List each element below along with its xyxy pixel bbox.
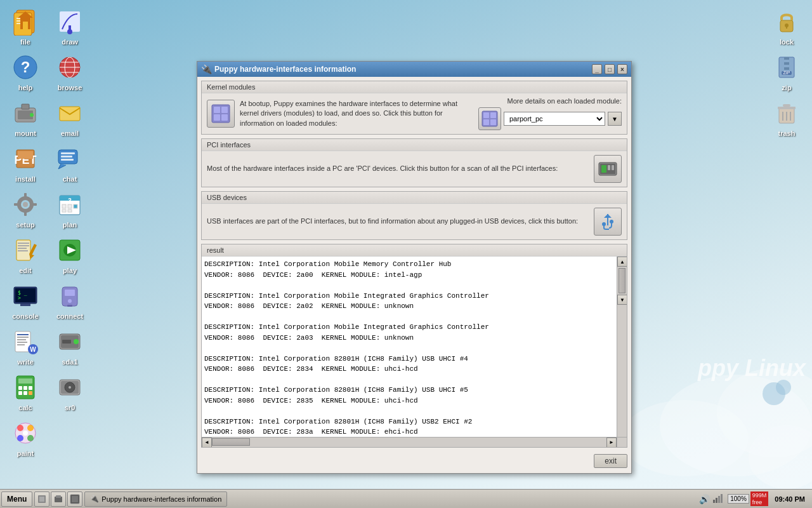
desktop-icon-plan-label: plan xyxy=(63,221,77,229)
usb-devices-body: USB interfaces are part of the PCI inter… xyxy=(202,204,627,239)
module-select[interactable]: parport_pc intel-agp uhci-hcd ehci-hcd xyxy=(504,112,605,126)
usb-devices-section: USB devices USB interfaces are part of t… xyxy=(201,191,627,240)
scrollbar-right-button[interactable]: ► xyxy=(606,438,617,448)
desktop-icon-mount[interactable]: mount xyxy=(3,95,48,140)
desktop-icon-install[interactable]: PET install xyxy=(3,140,48,186)
scrollbar-h-thumb[interactable] xyxy=(212,438,250,446)
svg-rect-54 xyxy=(23,391,27,395)
connect-icon xyxy=(55,281,85,311)
svg-rect-138 xyxy=(72,496,78,502)
scrollbar-left-button[interactable]: ◄ xyxy=(202,438,212,448)
desktop-icon-calc[interactable]: calc xyxy=(3,369,48,415)
systray: 🔊 100% 999Mfree xyxy=(699,491,768,507)
taskbar-icon-2[interactable] xyxy=(51,491,66,507)
svg-rect-49 xyxy=(18,378,32,384)
scrollbar-down-button[interactable]: ▼ xyxy=(617,295,627,305)
memory-indicator: 999Mfree xyxy=(750,491,769,507)
svg-rect-72 xyxy=(61,152,75,154)
dialog-title-icon: 🔌 xyxy=(201,64,212,74)
svg-rect-136 xyxy=(56,495,61,498)
desktop-icon-email[interactable]: email xyxy=(48,95,92,140)
chat-icon xyxy=(55,144,85,174)
module-dropdown-row: parport_pc intel-agp uhci-hcd ehci-hcd ▼ xyxy=(478,107,622,130)
sda1-icon xyxy=(55,326,85,357)
svg-rect-130 xyxy=(612,165,614,170)
pci-interfaces-body: Most of the hardware interfaces inside a… xyxy=(202,151,627,187)
taskbar-icon-1[interactable] xyxy=(34,491,49,507)
svg-rect-120 xyxy=(221,114,228,121)
desktop-icons-area: file ? help mount PET xyxy=(0,0,127,470)
desktop-icon-trash-label: trash xyxy=(778,130,796,137)
taskbar-window-button[interactable]: 🔌 Puppy hardware-interfaces information xyxy=(84,491,227,507)
desktop-icon-help[interactable]: ? help xyxy=(3,49,48,95)
mount-icon xyxy=(10,98,41,128)
svg-point-59 xyxy=(17,435,23,441)
usb-scan-button[interactable] xyxy=(594,208,622,236)
volume-icon[interactable]: 🔊 xyxy=(699,494,710,504)
dialog-close-button[interactable]: × xyxy=(617,64,627,74)
taskbar-right: 🔊 100% 999Mfree 09:40 PM xyxy=(699,491,812,507)
desktop-icon-help-label: help xyxy=(18,84,33,91)
desktop-icons-right-area: lock ZIP zip xyxy=(761,0,812,144)
dropdown-arrow-button[interactable]: ▼ xyxy=(608,112,622,126)
desktop-icon-edit[interactable]: edit xyxy=(3,232,48,277)
dialog-minimize-button[interactable]: _ xyxy=(592,64,602,74)
svg-rect-118 xyxy=(221,107,228,113)
desktop-icon-trash[interactable]: trash xyxy=(766,95,807,140)
draw-icon xyxy=(55,6,85,37)
desktop-icon-draw[interactable]: draw xyxy=(48,3,92,49)
svg-rect-64 xyxy=(69,25,71,32)
kernel-modules-body: At bootup, Puppy examines the hardware i… xyxy=(202,93,627,134)
svg-rect-80 xyxy=(68,204,72,208)
taskbar-menu-button[interactable]: Menu xyxy=(1,491,32,507)
desktop-icon-chat[interactable]: chat xyxy=(48,140,92,186)
scrollbar-thumb[interactable] xyxy=(619,268,625,293)
exit-button[interactable]: exit xyxy=(594,454,627,468)
desktop-icon-console[interactable]: $ _ > console xyxy=(3,277,48,323)
svg-rect-103 xyxy=(784,57,789,60)
desktop-icon-browse[interactable]: browse xyxy=(48,49,92,95)
desktop-icon-zip[interactable]: ZIP zip xyxy=(766,49,807,95)
desktop-icon-lock[interactable]: lock xyxy=(766,3,807,49)
desktop-icon-file[interactable]: file xyxy=(3,3,48,49)
kernel-modules-button[interactable] xyxy=(207,100,235,128)
svg-point-89 xyxy=(68,299,72,303)
desktop-icon-draw-label: draw xyxy=(62,38,78,46)
desktop-icon-setup-label: setup xyxy=(16,221,34,229)
desktop-icon-write[interactable]: W write xyxy=(3,323,48,369)
desktop-icon-chat-label: chat xyxy=(63,175,77,183)
desktop-icon-sr0[interactable]: sr0 xyxy=(48,369,92,415)
svg-rect-101 xyxy=(786,25,787,29)
desktop-icon-connect[interactable]: connect xyxy=(48,277,92,323)
scrollbar-up-button[interactable]: ▲ xyxy=(617,257,627,267)
svg-point-19 xyxy=(30,113,34,117)
svg-rect-123 xyxy=(490,112,496,118)
network-icon xyxy=(711,493,726,505)
calc-icon xyxy=(10,372,41,403)
desktop-icon-plan[interactable]: 3 plan xyxy=(48,186,92,232)
dialog-maximize-button[interactable]: □ xyxy=(605,64,615,74)
help-icon: ? xyxy=(10,52,41,83)
svg-point-60 xyxy=(27,435,34,441)
svg-rect-139 xyxy=(713,500,715,503)
result-body: DESCRIPTION: Intel Corporation Mobile Me… xyxy=(202,257,627,447)
scrollbar-corner xyxy=(617,437,627,447)
result-scrollbar-vertical[interactable]: ▲ ▼ xyxy=(617,257,627,437)
kernel-modules-section: Kernel modules At bootup, Puppy examines… xyxy=(201,81,627,135)
desktop-icon-sda1[interactable]: sda1 xyxy=(48,323,92,369)
taskbar-icon-3[interactable] xyxy=(67,491,82,507)
desktop-icon-play[interactable]: play xyxy=(48,232,92,277)
kernel-details-button[interactable] xyxy=(478,107,501,130)
desktop-icon-paint[interactable]: paint xyxy=(3,415,48,460)
svg-point-61 xyxy=(23,431,28,436)
svg-point-98 xyxy=(69,386,71,389)
svg-rect-20 xyxy=(16,121,34,123)
desktop-icon-setup[interactable]: setup xyxy=(3,186,48,232)
result-text[interactable]: DESCRIPTION: Intel Corporation Mobile Me… xyxy=(202,257,617,437)
sr0-icon xyxy=(55,372,85,403)
svg-rect-45 xyxy=(17,344,25,345)
result-scrollbar-horizontal[interactable]: ◄ ► xyxy=(202,437,617,447)
svg-rect-26 xyxy=(24,211,27,216)
usb-devices-description: USB interfaces are part of the PCI inter… xyxy=(207,217,589,226)
pci-scan-button[interactable] xyxy=(594,155,622,183)
